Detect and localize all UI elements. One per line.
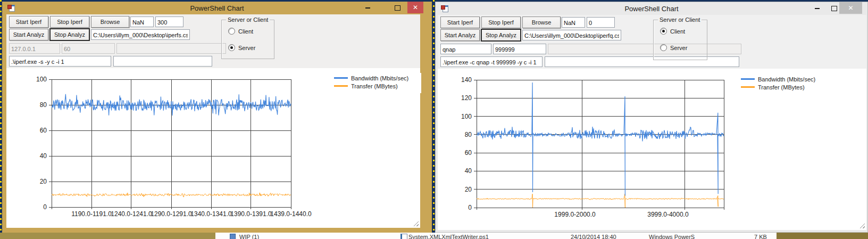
svg-text:40: 40 [40,152,47,160]
start-analyz-button[interactable]: Start Analyz [440,29,480,41]
svg-text:0: 0 [468,204,472,211]
bandwidth-legend-label: Bandwidth (Mbits/sec) [758,76,815,83]
desktop: PowerShell Chart ✕ Start Iperf Stop Iper… [0,0,868,239]
background-strip-left [0,233,215,239]
groupbox-label: Server or Client [226,17,270,23]
background-window-strip: WIP (1) System.XMLXmlTextWriter.ps1 24/1… [0,233,868,239]
svg-text:20: 20 [40,178,47,185]
transfer-legend-label: Transfer (MBytes) [351,83,398,89]
maximize-icon [395,5,400,11]
file-type[interactable]: Windows PowerS [649,234,695,239]
minimize-button[interactable] [810,3,824,14]
groupbox-label: Server or Client [658,17,702,23]
svg-text:0: 0 [43,203,47,211]
radio-client[interactable]: Client [660,28,685,35]
svg-text:1390.0-1391.0: 1390.0-1391.0 [230,210,272,218]
svg-text:120: 120 [461,94,472,102]
close-button[interactable]: ✕ [407,2,423,13]
nan-field[interactable] [130,17,154,27]
radio-server-label: Server [238,45,255,51]
command2-field[interactable] [113,56,212,67]
seconds-field[interactable] [587,17,615,28]
svg-text:1439.0-1440.0: 1439.0-1440.0 [270,210,312,218]
window-powershell-chart-server: PowerShell Chart ✕ Start Iperf Stop Iper… [2,2,432,233]
seconds-field[interactable] [155,17,183,27]
duration-field[interactable] [493,44,546,54]
browse-button[interactable]: Browse [522,17,561,28]
svg-text:100: 100 [36,76,47,83]
bandwidth-legend-swatch [334,77,348,79]
svg-text:3999.0-4000.0: 3999.0-4000.0 [647,211,689,218]
nan-field[interactable] [562,17,585,28]
close-icon: ✕ [848,4,853,12]
radio-client-label: Client [670,28,685,35]
stop-analyz-button[interactable]: Stop Analyz [50,29,89,40]
svg-text:1240.0-1241.0: 1240.0-1241.0 [111,210,152,218]
radio-server[interactable]: Server [228,44,255,52]
radio-server-circle [660,44,667,51]
command-field[interactable] [9,56,111,67]
svg-text:1340.0-1341.0: 1340.0-1341.0 [190,210,232,218]
file-column-name[interactable]: WIP (1) [239,234,259,239]
minimize-icon [815,8,820,9]
radio-server-circle [228,44,235,51]
stop-analyz-button[interactable]: Stop Analyz [481,29,521,41]
desktop-gap-decoration [433,0,435,239]
desktop-edge-decoration [0,0,2,239]
start-iperf-button[interactable]: Start Iperf [440,17,480,28]
radio-client-circle [660,28,667,35]
iperf-server-chart: 0204060801001190.0-1191.01240.0-1241.012… [16,71,324,226]
svg-text:100: 100 [461,113,472,120]
svg-text:1290.0-1291.0: 1290.0-1291.0 [151,210,192,218]
file-date[interactable]: 24/10/2014 18:40 [571,234,616,239]
window-powershell-chart-client: PowerShell Chart ✕ Start Iperf Stop Iper… [435,2,868,233]
file-explorer-row: WIP (1) System.XMLXmlTextWriter.ps1 24/1… [215,233,777,239]
file-name[interactable]: System.XMLXmlTextWriter.ps1 [408,234,489,239]
folder-icon [230,234,236,239]
svg-text:1190.0-1191.0: 1190.0-1191.0 [71,210,112,218]
chart-legend: Bandwidth (Mbits/sec) Transfer (MBytes) [331,73,421,93]
command2-field[interactable] [545,56,739,67]
host-field[interactable] [9,43,60,54]
radio-client-circle [228,28,235,35]
window-title: PowerShell Chart [436,5,867,13]
minimize-icon [365,7,370,9]
browse-button[interactable]: Browse [91,16,129,28]
host-field[interactable] [440,44,491,54]
svg-text:80: 80 [40,101,47,109]
csv-path-field[interactable] [522,30,621,40]
background-strip-right [777,233,868,239]
titlebar[interactable]: PowerShell Chart ✕ [436,2,867,15]
start-analyz-button[interactable]: Start Analyz [9,29,48,40]
iperf-client-chart: 0204060801001201401999.0-2000.03999.0-40… [447,71,750,227]
file-size[interactable]: 7 KB [754,234,767,239]
titlebar[interactable]: PowerShell Chart ✕ [2,2,432,14]
svg-text:60: 60 [465,149,472,156]
svg-text:140: 140 [461,76,472,84]
spare-field[interactable] [116,43,226,54]
server-or-client-groupbox: Server or Client Client Server [653,20,707,60]
stop-iperf-button[interactable]: Stop Iperf [50,16,89,28]
server-or-client-groupbox: Server or Client Client Server [221,20,274,59]
maximize-button[interactable] [390,3,404,13]
svg-text:40: 40 [465,167,472,175]
transfer-legend-swatch [334,85,348,87]
stop-iperf-button[interactable]: Stop Iperf [481,17,521,28]
svg-text:20: 20 [465,186,472,193]
radio-server[interactable]: Server [660,44,687,52]
csv-path-field[interactable] [91,29,190,40]
minimize-button[interactable] [361,3,374,13]
spare-field[interactable] [548,44,741,54]
svg-text:80: 80 [465,131,472,138]
form-body: Start Iperf Stop Iperf Browse Start Anal… [6,14,420,228]
duration-field[interactable] [62,43,115,54]
ps1-file-icon [400,234,407,239]
svg-text:1999.0-2000.0: 1999.0-2000.0 [554,211,596,218]
bandwidth-legend-label: Bandwidth (Mbits/sec) [351,75,408,81]
close-button[interactable]: ✕ [839,2,862,14]
chart-legend: Bandwidth (Mbits/sec) Transfer (MBytes) [738,74,853,94]
radio-client[interactable]: Client [228,28,253,35]
command-field[interactable] [440,56,542,67]
radio-server-label: Server [670,45,687,51]
start-iperf-button[interactable]: Start Iperf [9,16,48,28]
